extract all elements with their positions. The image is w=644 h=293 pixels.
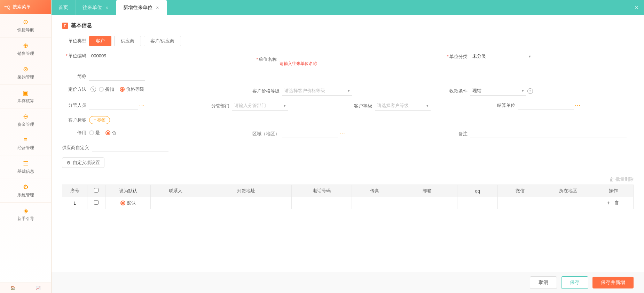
basic-info-row: 单位编码 单位名称 请输入往来单位名称 单位分类 未分类 ▾ [62,52,634,67]
address-input[interactable] [209,201,284,206]
discount-radio-circle [99,87,104,92]
email-input[interactable] [403,201,451,206]
sidebar-item-label: 采购管理 [17,74,34,80]
cancel-button[interactable]: 取消 [530,276,557,289]
pricing-level-radio[interactable]: 价格等级 [120,86,144,92]
supplier-custom-label: 供应商自定义 [62,145,89,151]
system-icon: ⚙ [23,183,29,191]
region-input[interactable] [282,130,338,138]
sidebar-home-btn[interactable]: 🏠 [0,283,26,293]
gear-icon: ⚙ [66,160,71,165]
row-region-input[interactable] [549,201,587,206]
payment-terms-select[interactable]: 现结 ▾ [470,86,526,96]
sidebar-item-sales[interactable]: ⊕ 销售管理 [0,38,51,61]
remark-label: 备注 [443,131,468,137]
payment-help-icon[interactable]: ? [527,88,533,94]
row-default-radio[interactable]: 默认 [109,200,147,206]
sidebar-item-basic[interactable]: ☰ 基础信息 [0,155,51,179]
row-add-btn[interactable]: + [605,199,611,207]
type-customer-btn[interactable]: 客户 [89,36,111,46]
sidebar-item-label: 库存核算 [17,98,34,104]
short-name-input[interactable] [89,72,145,81]
col-qq: qq [457,185,498,197]
settlement-dots-btn[interactable]: ··· [574,102,582,108]
unit-code-label: 单位编码 [62,53,86,59]
settlement-unit-label: 结算单位 [491,102,515,108]
unit-category-group: 单位分类 未分类 ▾ [443,52,627,61]
sidebar-item-inventory[interactable]: ▣ 库存核算 [0,85,51,108]
pricing-discount-radio[interactable]: 折扣 [99,86,114,92]
manager-row: 分管人员 ··· 分管部门 请输入分管部门 ▾ 客户等级 请选择客户等级 ▾ 结… [62,101,634,111]
tab-partners[interactable]: 往来单位 × [76,0,116,15]
sidebar-item-label: 经营管理 [17,145,34,151]
short-name-label: 简称 [62,73,86,80]
qq-input[interactable] [463,201,492,206]
save-button[interactable]: 保存 [561,276,588,289]
manager-input[interactable] [89,101,138,109]
tab-home[interactable]: 首页 [52,0,76,15]
level-radio-circle [120,87,125,92]
guide-icon: ◈ [23,207,28,214]
chevron-down-icon4: ▾ [284,104,286,108]
disable-yes-radio[interactable]: 是 [89,130,100,136]
yes-label: 是 [95,130,100,136]
chevron-down-icon5: ▾ [426,104,429,108]
manager-label: 分管人员 [62,102,86,108]
batch-delete-label[interactable]: 批量删除 [615,176,634,182]
custom-settings-label: 自定义项设置 [73,160,100,166]
sidebar-search[interactable]: ≡Q 搜索菜单 [0,0,51,14]
unit-category-label: 单位分类 [443,54,468,60]
sidebar-item-operation[interactable]: ≡ 经营管理 [0,132,51,155]
pricing-group: 定价方法 ? 折扣 价格等级 [62,86,245,92]
disable-radio-group: 是 否 [89,130,116,136]
row-fax [352,197,397,209]
type-supplier-btn[interactable]: 供应商 [114,36,141,46]
remark-input[interactable] [470,130,627,138]
type-both-btn[interactable]: 客户/供应商 [144,36,181,46]
fax-input[interactable] [357,201,391,206]
row-delete-btn[interactable]: 🗑 [613,199,621,207]
department-select[interactable]: 请输入分管部门 ▾ [232,101,288,111]
department-placeholder: 请输入分管部门 [234,103,284,109]
sidebar-bottom: 🏠 📈 [0,283,51,293]
tab-home-label: 首页 [58,5,68,11]
tag-add-btn[interactable]: + 标签 [89,116,110,124]
sidebar-search-label: 搜索菜单 [13,4,31,10]
tab-partners-close[interactable]: × [105,5,109,11]
unit-name-input[interactable] [280,52,436,60]
trash-icon: 🗑 [609,177,614,182]
pricing-help-icon[interactable]: ? [91,87,96,92]
default-label: 默认 [127,200,136,206]
row-checkbox[interactable] [94,200,99,205]
sidebar-item-purchase[interactable]: ⊗ 采购管理 [0,61,51,85]
unit-category-select[interactable]: 未分类 ▾ [470,52,533,61]
sidebar-chart-btn[interactable]: 📈 [26,283,52,293]
tab-new-partner[interactable]: 新增往来单位 × [116,0,167,15]
purchase-icon: ⊗ [23,65,28,73]
custom-settings-btn[interactable]: ⚙ 自定义项设置 [62,157,104,168]
section-icon: F [62,23,68,29]
sidebar-item-guide[interactable]: ◈ 新手引导 [0,203,51,226]
row-check [87,197,105,209]
col-action: 操作 [593,185,634,197]
window-close-button[interactable]: × [629,0,644,15]
contact-input[interactable] [156,201,195,206]
sidebar-item-quick-nav[interactable]: ⊙ 快捷导航 [0,14,51,38]
unit-code-input[interactable] [89,52,145,60]
settlement-unit-input[interactable] [518,101,574,109]
customer-level-select[interactable]: 请选择客户等级 ▾ [375,101,431,111]
tab-new-partner-close[interactable]: × [155,5,159,11]
unit-category-value: 未分类 [472,53,529,59]
row-contact [151,197,201,209]
select-all-checkbox[interactable] [94,188,99,193]
disable-no-radio[interactable]: 否 [105,130,116,136]
region-dots-btn[interactable]: ··· [338,131,346,137]
phone-input[interactable] [298,201,345,206]
sidebar-item-finance[interactable]: ⊖ 资金管理 [0,108,51,132]
supplier-custom-input[interactable] [92,144,168,152]
sidebar-item-system[interactable]: ⚙ 系统管理 [0,179,51,203]
customer-price-level-select[interactable]: 请选择客户价格等级 ▾ [282,86,352,96]
wechat-input[interactable] [503,201,537,206]
manager-dots-btn[interactable]: ··· [138,102,146,108]
save-new-button[interactable]: 保存并新增 [592,277,634,288]
